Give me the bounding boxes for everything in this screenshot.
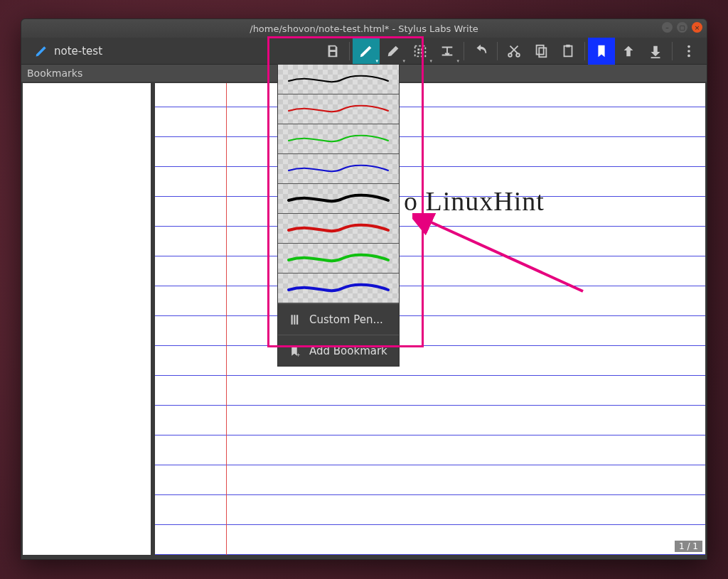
kebab-menu-icon (681, 43, 697, 59)
svg-point-5 (508, 53, 512, 57)
pen-swatch[interactable] (278, 244, 399, 274)
close-button[interactable]: × (692, 22, 702, 33)
dropdown-indicator-icon: ▾ (456, 58, 459, 64)
add-bookmark-item[interactable]: + Add Bookmark (278, 335, 399, 366)
svg-point-11 (687, 45, 690, 48)
pen-swatch[interactable] (278, 65, 399, 94)
save-button[interactable] (319, 38, 346, 65)
svg-rect-8 (539, 48, 546, 57)
arrow-up-icon (621, 43, 636, 59)
pen-swatch[interactable] (278, 124, 399, 154)
bookmark-add-icon: + (288, 345, 301, 357)
pens-icon (288, 313, 301, 326)
cut-icon (506, 43, 522, 59)
document-tab[interactable]: note-test (21, 38, 115, 64)
toolbar-separator (464, 42, 464, 60)
svg-point-6 (516, 53, 520, 57)
highlighter-icon (385, 43, 401, 59)
insert-space-tool-button[interactable]: ▾ (434, 38, 461, 65)
dropdown-indicator-icon: ▾ (402, 58, 405, 64)
pen-swatch[interactable] (278, 214, 399, 244)
svg-rect-0 (415, 45, 426, 56)
handwritten-text: o LinuxHint (404, 185, 545, 217)
bookmarks-sidebar[interactable] (23, 83, 151, 555)
copy-icon (533, 43, 549, 59)
dropdown-indicator-icon: ▾ (429, 58, 432, 64)
undo-button[interactable] (467, 38, 494, 65)
pen-swatch[interactable] (278, 274, 399, 303)
svg-point-13 (687, 54, 690, 57)
cut-button[interactable] (500, 38, 528, 65)
svg-rect-2 (421, 48, 423, 50)
add-bookmark-label: Add Bookmark (309, 345, 387, 357)
undo-icon (473, 43, 488, 59)
toolbar-separator (672, 42, 673, 60)
pen-swatch[interactable] (278, 94, 399, 124)
copy-button[interactable] (528, 38, 555, 65)
highlighter-tool-button[interactable]: ▾ (380, 38, 407, 65)
maximize-button[interactable]: ▢ (677, 22, 687, 33)
svg-rect-1 (417, 48, 419, 50)
prev-page-button[interactable] (615, 38, 642, 65)
selection-icon (412, 43, 428, 59)
next-page-button[interactable] (642, 38, 669, 65)
svg-rect-10 (566, 44, 570, 47)
dropdown-indicator-icon: ▾ (375, 58, 378, 64)
svg-point-12 (687, 50, 690, 53)
toolbar-separator (349, 42, 350, 60)
svg-text:+: + (296, 351, 300, 357)
svg-rect-3 (417, 51, 419, 53)
pen-nib-icon (34, 44, 48, 58)
paste-icon (560, 43, 576, 59)
insert-space-icon (439, 43, 455, 59)
selection-tool-button[interactable]: ▾ (407, 38, 434, 65)
toolbar: note-test ▾ ▾ ▾ ▾ (21, 38, 707, 65)
pen-dropdown-popup: Custom Pen... + Add Bookmark (277, 64, 400, 367)
pencil-icon (358, 43, 374, 59)
save-icon (325, 43, 341, 59)
titlebar: /home/shovon/note-test.html* - Stylus La… (21, 19, 707, 38)
custom-pen-item[interactable]: Custom Pen... (278, 303, 399, 335)
custom-pen-label: Custom Pen... (309, 313, 383, 326)
canvas-area[interactable]: o LinuxHint 1 / 1 (155, 83, 705, 555)
svg-rect-4 (421, 51, 423, 53)
ruled-paper (155, 83, 705, 555)
svg-rect-9 (564, 45, 572, 56)
window-controls: – ▢ × (662, 22, 702, 33)
bookmarks-header-label: Bookmarks (27, 67, 82, 79)
pen-swatch[interactable] (278, 184, 399, 214)
menu-button[interactable] (675, 38, 702, 65)
arrow-down-icon (648, 43, 663, 59)
bookmark-icon (594, 43, 609, 59)
pen-tool-button[interactable]: ▾ (353, 38, 380, 65)
margin-line (226, 83, 227, 555)
page-counter: 1 / 1 (675, 541, 702, 552)
window-title: /home/shovon/note-test.html* - Stylus La… (250, 23, 478, 34)
toolbar-separator (497, 42, 498, 60)
paste-button[interactable] (555, 38, 582, 65)
minimize-button[interactable]: – (662, 22, 673, 33)
document-tab-label: note-test (54, 45, 102, 58)
svg-rect-7 (537, 45, 544, 54)
pen-swatch[interactable] (278, 154, 399, 184)
bookmark-button[interactable] (588, 38, 615, 65)
toolbar-separator (584, 42, 585, 60)
